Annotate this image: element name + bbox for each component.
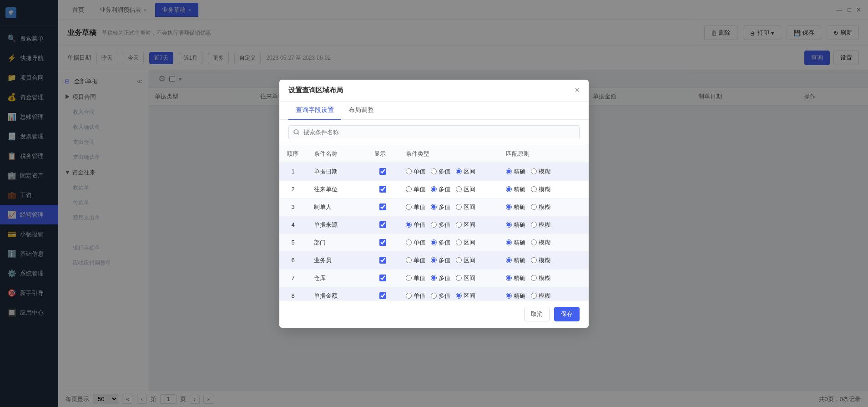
type-single-label[interactable]: 单值 <box>406 274 425 282</box>
modal-close-button[interactable]: × <box>575 86 580 94</box>
type-range-radio[interactable] <box>456 239 462 245</box>
match-fuzzy-radio[interactable] <box>531 186 537 192</box>
type-multiple-radio[interactable] <box>431 239 437 245</box>
cell-display <box>367 269 399 287</box>
match-fuzzy-radio[interactable] <box>531 275 537 281</box>
type-single-radio[interactable] <box>406 275 412 281</box>
match-precise-label[interactable]: 精确 <box>506 239 525 247</box>
match-fuzzy-radio[interactable] <box>531 293 537 299</box>
match-fuzzy-label[interactable]: 模糊 <box>531 256 550 265</box>
type-range-radio[interactable] <box>456 257 462 263</box>
match-precise-label[interactable]: 精确 <box>506 256 525 265</box>
match-precise-radio[interactable] <box>506 204 512 210</box>
match-precise-radio[interactable] <box>506 239 512 245</box>
cell-display <box>367 251 399 269</box>
match-fuzzy-label[interactable]: 模糊 <box>531 274 550 282</box>
type-range-label[interactable]: 区间 <box>456 203 475 211</box>
type-single-label[interactable]: 单值 <box>406 256 425 265</box>
cell-name: 单据来源 <box>307 216 367 234</box>
type-range-label[interactable]: 区间 <box>456 292 475 300</box>
display-checkbox[interactable] <box>379 168 386 175</box>
type-range-radio[interactable] <box>456 222 462 228</box>
type-multiple-radio[interactable] <box>431 204 437 210</box>
match-fuzzy-label[interactable]: 模糊 <box>531 203 550 211</box>
type-multiple-label[interactable]: 多值 <box>431 256 450 265</box>
type-single-radio[interactable] <box>406 239 412 245</box>
type-single-label[interactable]: 单值 <box>406 239 425 247</box>
match-fuzzy-label[interactable]: 模糊 <box>531 221 550 229</box>
type-multiple-radio[interactable] <box>431 186 437 192</box>
match-precise-radio[interactable] <box>506 293 512 299</box>
display-checkbox[interactable] <box>379 257 386 264</box>
type-single-label[interactable]: 单值 <box>406 221 425 229</box>
display-checkbox[interactable] <box>379 186 386 193</box>
tab-layout[interactable]: 布局调整 <box>341 102 381 120</box>
match-precise-label[interactable]: 精确 <box>506 185 525 193</box>
type-single-label[interactable]: 单值 <box>406 168 425 176</box>
type-single-radio[interactable] <box>406 222 412 228</box>
condition-search-input[interactable] <box>288 125 580 139</box>
type-range-label[interactable]: 区间 <box>456 239 475 247</box>
match-precise-radio[interactable] <box>506 275 512 281</box>
type-range-label[interactable]: 区间 <box>456 185 475 193</box>
cell-name: 部门 <box>307 234 367 251</box>
type-single-label[interactable]: 单值 <box>406 185 425 193</box>
display-checkbox[interactable] <box>379 221 386 228</box>
tab-query-fields[interactable]: 查询字段设置 <box>288 102 341 120</box>
type-range-label[interactable]: 区间 <box>456 221 475 229</box>
modal-save-button[interactable]: 保存 <box>554 307 580 321</box>
type-single-radio[interactable] <box>406 257 412 263</box>
match-fuzzy-label[interactable]: 模糊 <box>531 292 550 300</box>
cell-match: 精确 模糊 <box>499 234 589 251</box>
display-checkbox[interactable] <box>379 239 386 246</box>
match-fuzzy-radio[interactable] <box>531 222 537 228</box>
type-multiple-radio[interactable] <box>431 222 437 228</box>
match-precise-radio[interactable] <box>506 186 512 192</box>
match-precise-radio[interactable] <box>506 257 512 263</box>
type-multiple-label[interactable]: 多值 <box>431 239 450 247</box>
match-precise-label[interactable]: 精确 <box>506 274 525 282</box>
type-multiple-label[interactable]: 多值 <box>431 203 450 211</box>
type-range-radio[interactable] <box>456 186 462 192</box>
type-range-radio[interactable] <box>456 275 462 281</box>
type-range-label[interactable]: 区间 <box>456 274 475 282</box>
type-multiple-radio[interactable] <box>431 275 437 281</box>
match-fuzzy-radio[interactable] <box>531 239 537 245</box>
match-precise-label[interactable]: 精确 <box>506 221 525 229</box>
type-multiple-label[interactable]: 多值 <box>431 221 450 229</box>
type-multiple-label[interactable]: 多值 <box>431 185 450 193</box>
match-precise-label[interactable]: 精确 <box>506 203 525 211</box>
type-single-label[interactable]: 单值 <box>406 203 425 211</box>
match-precise-radio[interactable] <box>506 168 512 174</box>
type-single-radio[interactable] <box>406 186 412 192</box>
type-multiple-radio[interactable] <box>431 293 437 299</box>
cancel-button[interactable]: 取消 <box>524 307 550 321</box>
match-fuzzy-radio[interactable] <box>531 204 537 210</box>
type-single-radio[interactable] <box>406 204 412 210</box>
type-range-radio[interactable] <box>456 293 462 299</box>
match-fuzzy-radio[interactable] <box>531 168 537 174</box>
type-multiple-label[interactable]: 多值 <box>431 168 450 176</box>
type-single-radio[interactable] <box>406 293 412 299</box>
type-multiple-radio[interactable] <box>431 168 437 174</box>
match-precise-label[interactable]: 精确 <box>506 292 525 300</box>
match-fuzzy-label[interactable]: 模糊 <box>531 168 550 176</box>
type-multiple-radio[interactable] <box>431 257 437 263</box>
cell-name: 单据日期 <box>307 163 367 180</box>
display-checkbox[interactable] <box>379 204 386 210</box>
display-checkbox[interactable] <box>379 292 386 299</box>
type-multiple-label[interactable]: 多值 <box>431 274 450 282</box>
type-range-radio[interactable] <box>456 204 462 210</box>
type-multiple-label[interactable]: 多值 <box>431 292 450 300</box>
type-range-radio[interactable] <box>456 168 462 174</box>
match-precise-radio[interactable] <box>506 222 512 228</box>
type-range-label[interactable]: 区间 <box>456 168 475 176</box>
match-precise-label[interactable]: 精确 <box>506 168 525 176</box>
type-single-label[interactable]: 单值 <box>406 292 425 300</box>
type-single-radio[interactable] <box>406 168 412 174</box>
type-range-label[interactable]: 区间 <box>456 256 475 265</box>
display-checkbox[interactable] <box>379 275 386 281</box>
match-fuzzy-radio[interactable] <box>531 257 537 263</box>
match-fuzzy-label[interactable]: 模糊 <box>531 239 550 247</box>
match-fuzzy-label[interactable]: 模糊 <box>531 185 550 193</box>
